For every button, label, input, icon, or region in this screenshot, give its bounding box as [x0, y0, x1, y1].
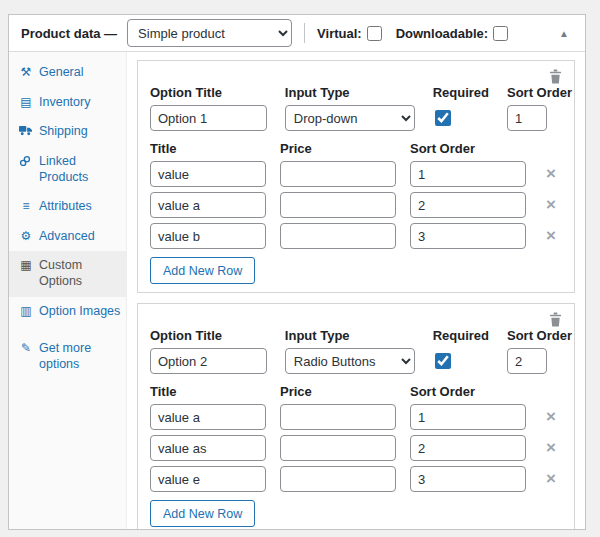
sidebar-item-label: Inventory — [39, 95, 90, 111]
input-type-label: Input Type — [285, 328, 415, 343]
delete-row-icon[interactable]: × — [540, 193, 562, 217]
sidebar-item-shipping[interactable]: Shipping — [9, 117, 126, 147]
option-title-input[interactable] — [150, 105, 267, 131]
delete-row-icon[interactable]: × — [540, 467, 562, 491]
sort-order-input[interactable] — [507, 105, 547, 131]
sidebar-item-option-images[interactable]: ▥ Option Images — [9, 297, 126, 327]
value-price-input[interactable] — [280, 435, 396, 461]
sort-order-input[interactable] — [507, 348, 547, 374]
option-title-label: Option Title — [150, 328, 267, 343]
sort-order-label: Sort Order — [507, 85, 562, 100]
metabox-body: ⚒ General ▤ Inventory Shipping — [9, 52, 585, 530]
delete-row-icon[interactable]: × — [540, 436, 562, 460]
option-title-input[interactable] — [150, 348, 267, 374]
sidebar-item-label: Attributes — [39, 199, 92, 215]
sidebar-item-label: Advanced — [39, 229, 95, 245]
gear-icon: ⚙ — [19, 229, 33, 245]
trash-icon — [549, 315, 562, 330]
custom-options-panel: Option Title Input Type Drop-down Requir… — [127, 52, 585, 530]
list-icon: ▦ — [19, 258, 33, 274]
delete-row-icon[interactable]: × — [540, 405, 562, 429]
delete-option-button[interactable] — [547, 67, 564, 86]
sidebar-item-get-more-options[interactable]: ✎ Get more options — [9, 334, 126, 379]
value-price-input[interactable] — [280, 161, 396, 187]
values-table-header: Title Price Sort Order — [150, 141, 562, 156]
metabox-header: Product data — Simple product Virtual: D… — [9, 15, 585, 52]
option-value-row: × — [150, 161, 562, 187]
spacer — [540, 384, 562, 399]
value-title-input[interactable] — [150, 404, 266, 430]
input-type-label: Input Type — [285, 85, 415, 100]
value-sort-input[interactable] — [410, 435, 526, 461]
sidebar-item-general[interactable]: ⚒ General — [9, 58, 126, 88]
option-value-row: × — [150, 404, 562, 430]
value-price-input[interactable] — [280, 192, 396, 218]
collapse-toggle-icon[interactable]: ▲ — [555, 24, 573, 43]
value-sort-input[interactable] — [410, 404, 526, 430]
spacer — [540, 141, 562, 156]
virtual-checkbox[interactable] — [367, 26, 382, 41]
price-column-header: Price — [280, 384, 396, 399]
downloadable-checkbox[interactable] — [493, 26, 508, 41]
virtual-label: Virtual: — [317, 26, 362, 41]
title-column-header: Title — [150, 384, 266, 399]
product-data-metabox: Product data — Simple product Virtual: D… — [8, 14, 586, 530]
attributes-icon: ≡ — [19, 199, 33, 215]
sidebar-item-advanced[interactable]: ⚙ Advanced — [9, 222, 126, 252]
value-title-input[interactable] — [150, 161, 266, 187]
option-title-label: Option Title — [150, 85, 267, 100]
delete-row-icon[interactable]: × — [540, 224, 562, 248]
pencil-icon: ✎ — [19, 341, 33, 357]
sidebar-item-label: Get more options — [39, 341, 122, 372]
truck-icon — [19, 124, 33, 136]
option-group-2: Option Title Input Type Radio Buttons Re… — [137, 303, 575, 530]
sidebar-item-attributes[interactable]: ≡ Attributes — [9, 192, 126, 222]
wrench-icon: ⚒ — [19, 65, 33, 81]
value-price-input[interactable] — [280, 223, 396, 249]
sort-order-column-header: Sort Order — [410, 141, 526, 156]
value-price-input[interactable] — [280, 404, 396, 430]
sidebar-item-linked-products[interactable]: Linked Products — [9, 147, 126, 192]
option-value-row: × — [150, 223, 562, 249]
add-new-row-button[interactable]: Add New Row — [150, 257, 255, 284]
delete-option-button[interactable] — [547, 310, 564, 329]
option-value-row: × — [150, 466, 562, 492]
downloadable-label: Downloadable: — [396, 26, 488, 41]
product-data-tabs: ⚒ General ▤ Inventory Shipping — [9, 52, 127, 530]
option-value-row: × — [150, 435, 562, 461]
inventory-icon: ▤ — [19, 95, 33, 111]
sidebar-item-inventory[interactable]: ▤ Inventory — [9, 88, 126, 118]
required-checkbox[interactable] — [435, 110, 451, 126]
delete-row-icon[interactable]: × — [540, 162, 562, 186]
add-new-row-button[interactable]: Add New Row — [150, 500, 255, 527]
required-label: Required — [433, 328, 489, 343]
value-price-input[interactable] — [280, 466, 396, 492]
value-sort-input[interactable] — [410, 223, 526, 249]
value-title-input[interactable] — [150, 192, 266, 218]
price-column-header: Price — [280, 141, 396, 156]
required-checkbox[interactable] — [435, 353, 451, 369]
sort-order-column-header: Sort Order — [410, 384, 526, 399]
sidebar-item-custom-options[interactable]: ▦ Custom Options — [9, 251, 126, 296]
value-title-input[interactable] — [150, 435, 266, 461]
required-label: Required — [433, 85, 489, 100]
option-settings-row: Option Title Input Type Drop-down Requir… — [150, 85, 562, 131]
product-type-select[interactable]: Simple product — [127, 19, 292, 47]
sidebar-item-label: Shipping — [39, 124, 88, 140]
input-type-select[interactable]: Drop-down — [285, 105, 415, 131]
option-group-1: Option Title Input Type Drop-down Requir… — [137, 60, 575, 293]
value-sort-input[interactable] — [410, 466, 526, 492]
input-type-select[interactable]: Radio Buttons — [285, 348, 415, 374]
sidebar-item-label: Linked Products — [39, 154, 122, 185]
title-column-header: Title — [150, 141, 266, 156]
value-title-input[interactable] — [150, 466, 266, 492]
value-sort-input[interactable] — [410, 161, 526, 187]
sidebar-item-label: Custom Options — [39, 258, 122, 289]
value-sort-input[interactable] — [410, 192, 526, 218]
images-icon: ▥ — [19, 304, 33, 320]
option-value-row: × — [150, 192, 562, 218]
option-settings-row: Option Title Input Type Radio Buttons Re… — [150, 328, 562, 374]
sidebar-item-label: General — [39, 65, 83, 81]
trash-icon — [549, 72, 562, 87]
value-title-input[interactable] — [150, 223, 266, 249]
